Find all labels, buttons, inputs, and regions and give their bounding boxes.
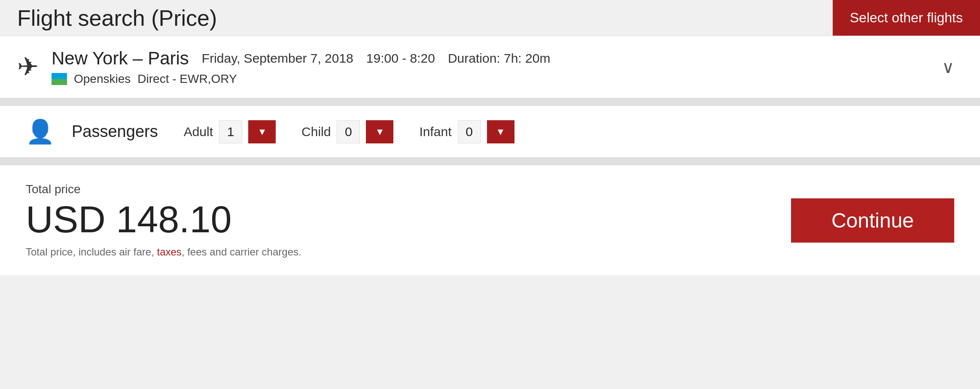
flight-route-code: Direct - EWR,ORY — [137, 72, 237, 86]
infant-dropdown-button[interactable]: ▾ — [487, 120, 514, 143]
passengers-section: 👤 Passengers Adult 1 ▾ Child 0 ▾ Infant … — [0, 106, 980, 158]
price-note-before: Total price, includes air fare, — [26, 246, 157, 258]
flight-left: ✈ New York – Paris Friday, September 7, … — [17, 48, 550, 86]
dropdown-arrow-icon: ▾ — [498, 125, 503, 138]
price-left: Total price USD 148.10 Total price, incl… — [26, 182, 301, 258]
flight-sub-info: Openskies Direct - EWR,ORY — [52, 72, 550, 86]
total-price-value: USD 148.10 — [26, 201, 301, 238]
child-label: Child — [301, 125, 331, 139]
airline-logo-icon — [52, 73, 67, 85]
expand-flight-chevron-icon[interactable]: ∨ — [942, 57, 954, 77]
price-section: Total price USD 148.10 Total price, incl… — [0, 165, 980, 275]
flight-route: New York – Paris — [52, 48, 189, 69]
adult-count: 1 — [219, 120, 242, 143]
child-dropdown-button[interactable]: ▾ — [366, 120, 393, 143]
infant-passenger-group: Infant 0 ▾ — [419, 120, 514, 143]
adult-dropdown-button[interactable]: ▾ — [248, 120, 276, 143]
select-other-flights-button[interactable]: Select other flights — [833, 0, 980, 36]
child-count: 0 — [337, 120, 360, 143]
infant-count: 0 — [458, 120, 481, 143]
price-note: Total price, includes air fare, taxes, f… — [26, 246, 301, 258]
person-icon: 👤 — [26, 118, 55, 145]
continue-button[interactable]: Continue — [791, 198, 954, 243]
page-title: Flight search (Price) — [17, 5, 217, 31]
flight-info-section: ✈ New York – Paris Friday, September 7, … — [0, 36, 980, 98]
total-price-label: Total price — [26, 182, 301, 196]
flight-time: 19:00 - 8:20 — [366, 51, 435, 66]
plane-icon: ✈ — [17, 54, 39, 80]
infant-label: Infant — [419, 125, 451, 139]
divider-2 — [0, 158, 980, 165]
header: Flight search (Price) Select other fligh… — [0, 0, 980, 36]
child-passenger-group: Child 0 ▾ — [301, 120, 393, 143]
price-note-after: , fees and carrier charges. — [182, 246, 301, 258]
adult-passenger-group: Adult 1 ▾ — [184, 120, 276, 143]
airline-name: Openskies — [74, 72, 131, 86]
dropdown-arrow-icon: ▾ — [377, 125, 383, 138]
flight-date: Friday, September 7, 2018 — [202, 51, 353, 66]
flight-main-info: New York – Paris Friday, September 7, 20… — [52, 48, 550, 69]
flight-duration: Duration: 7h: 20m — [448, 51, 550, 66]
passengers-label: Passengers — [72, 122, 158, 141]
adult-label: Adult — [184, 125, 213, 139]
taxes-link[interactable]: taxes — [157, 246, 181, 258]
divider-1 — [0, 98, 980, 106]
flight-details: New York – Paris Friday, September 7, 20… — [52, 48, 550, 86]
dropdown-arrow-icon: ▾ — [259, 125, 265, 138]
